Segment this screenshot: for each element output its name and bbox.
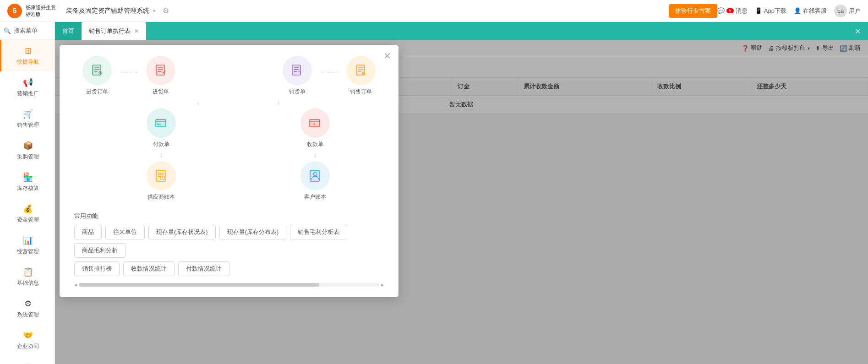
dropdown-icon[interactable]: ▾ [153,8,155,13]
svg-text:¥: ¥ [313,123,315,126]
svg-text:¥: ¥ [158,123,159,125]
inventory-icon: 🏪 [22,172,33,183]
system-title: 装备及固定资产辅助管理系统 ▾ ⚙ [66,6,661,15]
purchase-order-icon [82,56,112,85]
customer-account-icon [300,161,330,190]
sales-order-icon [346,56,376,85]
avatar: Ea [834,5,847,17]
online-service-button[interactable]: 👤 在线客服 [794,7,827,15]
tab-bar-close-button[interactable]: ✕ [855,27,861,36]
sidebar-item-finance[interactable]: 💰 资金管理 [0,198,55,229]
marketing-icon: 📢 [22,77,33,88]
tab-close-icon[interactable]: ✕ [134,28,139,34]
system-name: 装备及固定资产辅助管理系统 [66,7,149,15]
settings-icon[interactable]: ⚙ [163,6,169,15]
func-btn-receipt-stats[interactable]: 收款情况统计 [123,261,175,276]
svg-rect-7 [294,67,299,68]
tab-sales-order[interactable]: 销售订单执行表 ✕ [82,22,146,40]
flow-node-sales-bill[interactable]: 销货单 [274,56,320,96]
flow-node-receipt-bill[interactable]: ¥ 收款单 [292,109,338,148]
sidebar-item-enterprise[interactable]: 🤝 企业协同 [0,324,55,356]
func-btn-payment-stats[interactable]: 付款情况统计 [178,261,229,276]
logo-text: 畅康通好生意 标准版 [26,4,56,17]
sidebar-item-inventory[interactable]: 🏪 库存核算 [0,166,55,198]
content-area: ❓ 帮助 🖨 按模板打印 ▾ ⬆ 导出 🔄 刷新 📅 单据状态 [55,40,868,364]
payment-bill-icon: ¥ [147,109,176,138]
download-icon: 📱 [755,7,762,14]
scroll-right-button[interactable]: ▸ [381,282,384,288]
flow-diagram: 进货订单 - - - - → [74,56,384,203]
flow-node-purchase-order[interactable]: 进货订单 [74,56,120,96]
user-button[interactable]: Ea 用户 [834,5,861,17]
svg-rect-10 [356,65,365,75]
service-icon: 👤 [794,7,801,14]
system-icon: ⚙ [22,298,33,309]
func-btn-contacts[interactable]: 往来单位 [105,225,145,239]
popup-overlay: ✕ [55,40,868,364]
supplier-account-icon [147,161,176,190]
sidebar-item-purchase[interactable]: 📦 采购管理 [0,135,55,166]
newbie-icon: 📖 [22,361,33,364]
app-download-button[interactable]: 📱 App下载 [755,7,786,15]
flow-node-purchase-bill[interactable]: 进货单 [138,56,184,96]
popup-box: ✕ [60,45,399,297]
arrow-down-sales: ↓ [256,98,301,106]
sidebar-item-quick-nav[interactable]: ⊞ 快捷导航 [0,40,55,71]
tab-bar: 首页 销售订单执行表 ✕ ✕ [55,22,868,40]
sidebar-item-sales[interactable]: 🛒 销售管理 [0,103,55,135]
sidebar-item-operations[interactable]: 📊 经营管理 [0,229,55,261]
flow-node-payment-bill[interactable]: ¥ 付款单 [138,109,184,148]
purchase-icon: 📦 [22,140,33,151]
purchase-bill-icon [146,56,175,85]
search-icon: 🔍 [4,27,11,34]
arrow-down-purchase: ↓ [175,98,221,106]
scrollbar-thumb [79,283,319,287]
sidebar-item-newbie[interactable]: 📖 新手引导 [0,356,55,364]
scroll-left-button[interactable]: ◂ [74,282,77,288]
sidebar: 🔍 搜索菜单 ⊞ 快捷导航 📢 营销推广 🛒 销售管理 📦 采购管理 🏪 库存核… [0,22,55,364]
receipt-bill-icon: ¥ [300,109,330,138]
header-right: 💬 5 消息 📱 App下载 👤 在线客服 Ea 用户 [717,5,861,17]
top-header: 6 畅康通好生意 标准版 装备及固定资产辅助管理系统 ▾ ⚙ 体验行业方案 💬 … [0,0,868,22]
popup-scrollbar: ◂ ▸ [74,282,384,288]
operations-icon: 📊 [22,235,33,246]
main-content: 首页 销售订单执行表 ✕ ✕ ❓ 帮助 🖨 按模板打印 ▾ ⬆ 导出 [55,22,868,364]
quick-nav-icon: ⊞ [22,45,33,56]
search-menu-button[interactable]: 🔍 搜索菜单 [0,22,55,40]
message-button[interactable]: 💬 5 消息 [717,7,748,15]
func-buttons-row1: 商品 往来单位 现存量(库存状况表) 现存量(库存分布表) 销售毛利分析表 商品… [74,225,384,258]
trial-button[interactable]: 体验行业方案 [669,4,717,18]
sidebar-item-basics[interactable]: 📋 基础信息 [0,261,55,293]
func-btn-sales-profit[interactable]: 销售毛利分析表 [290,225,347,239]
scrollbar-track[interactable] [79,283,379,287]
enterprise-icon: 🤝 [22,330,33,341]
flow-node-supplier-account[interactable]: 供应商账本 [138,161,184,201]
func-btn-sales-rank[interactable]: 销售排行榜 [74,261,120,276]
common-functions-title: 常用功能 [74,212,384,220]
message-icon: 💬 [717,7,725,14]
sidebar-item-system[interactable]: ⚙ 系统管理 [0,293,55,324]
sidebar-item-marketing[interactable]: 📢 营销推广 [0,71,55,103]
svg-rect-8 [294,69,299,70]
logo-icon: 6 [7,4,22,18]
logo-area: 6 畅康通好生意 标准版 [7,4,62,18]
message-badge: 5 [726,8,734,13]
svg-rect-3 [156,65,164,75]
func-btn-goods[interactable]: 商品 [74,225,102,239]
func-btn-inventory-dist[interactable]: 现存量(库存分布表) [219,225,287,239]
sales-bill-icon [283,56,312,85]
arrow-down-receipt: ↓ [292,151,338,158]
flow-node-sales-order[interactable]: 销售订单 [338,56,384,96]
sales-icon: 🛒 [22,109,33,120]
finance-icon: 💰 [22,203,33,214]
basics-icon: 📋 [22,266,33,277]
func-btn-inventory-status[interactable]: 现存量(库存状况表) [148,225,216,239]
arrow-down-payment: ↓ [138,151,184,158]
svg-rect-9 [294,71,297,72]
common-functions: 常用功能 商品 往来单位 现存量(库存状况表) 现存量(库存分布表) 销售毛利分… [74,212,384,276]
flow-node-customer-account[interactable]: 客户账本 [292,161,338,201]
func-btn-goods-profit[interactable]: 商品毛利分析 [74,243,126,258]
popup-close-button[interactable]: ✕ [383,50,391,61]
tab-home[interactable]: 首页 [55,22,82,40]
func-buttons-row2: 销售排行榜 收款情况统计 付款情况统计 [74,261,384,276]
